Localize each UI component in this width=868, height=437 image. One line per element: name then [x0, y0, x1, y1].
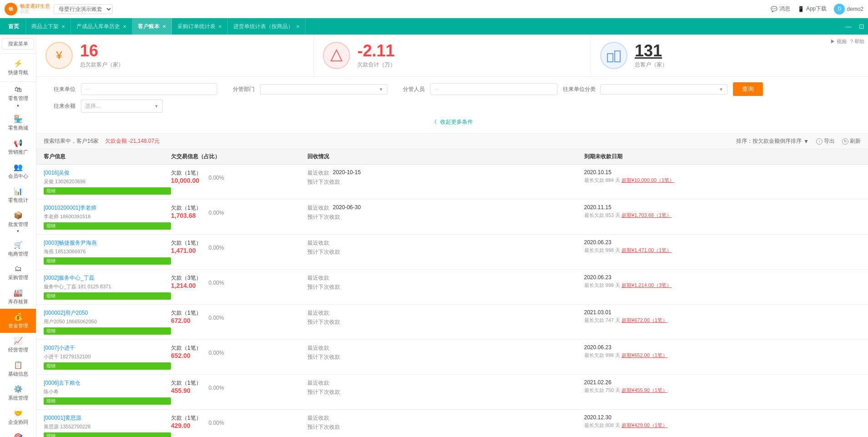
table-row: [00010200001]李老师 李老师 18600391516 现销 欠款（1…: [36, 200, 868, 235]
tab-customer[interactable]: 客户账本 ✕: [132, 18, 172, 35]
marketing-icon: 📢: [14, 139, 23, 147]
sidebar-item-retail-mgmt[interactable]: 🛍 零售管理 ▲: [0, 82, 36, 111]
help-btn[interactable]: ? 帮助: [850, 38, 864, 45]
sidebar-item-operations[interactable]: 📈 经营管理: [0, 333, 36, 357]
app-download-btn[interactable]: 📱 App下载: [798, 5, 827, 13]
filter-row-2: 往来余额 选择... ▼: [44, 100, 861, 113]
tab-bar-minimize[interactable]: —: [843, 23, 853, 30]
tab-import[interactable]: 进货单统计表（按商品） ✕: [228, 18, 306, 35]
video-help-btn[interactable]: ▶ 视频: [830, 38, 847, 45]
customer-tag-6: 现销: [44, 397, 171, 405]
tab-products-close[interactable]: ✕: [61, 24, 65, 29]
dept-arrow: ▼: [379, 87, 383, 92]
sidebar-item-inventory[interactable]: 🏭 库存核算: [0, 285, 36, 309]
balance-input[interactable]: 选择... ▼: [81, 100, 163, 113]
customer-name-6[interactable]: [0006]去下粮仓: [44, 379, 171, 387]
tab-bar-maximize[interactable]: ⊡: [857, 23, 866, 30]
table-row: [0003]畅捷服务尹海燕 海燕 18513066976 现销 欠款（1笔） 1…: [36, 235, 868, 270]
collapse-row[interactable]: 《 收起更多条件: [44, 116, 861, 128]
enterprise-icon: 🤝: [14, 409, 23, 417]
finance-icon: 💰: [14, 312, 23, 321]
payback-info-4: 最近收款 预计下次收款: [307, 309, 584, 326]
tab-bar: 首页 商品上下架 ✕ 产成品入库单历史 ✕ 客户账本 ✕ 采购订单统计表 ✕ 进…: [0, 18, 868, 35]
due-info-5: 2020.06.23 最长欠款 998 天 超期¥652.00（1笔）: [584, 344, 861, 359]
unit-class-label: 往来单位分类: [563, 85, 595, 93]
new-guide-icon: 🎯: [14, 433, 23, 437]
search-btn[interactable]: 查询: [733, 82, 763, 96]
top-bar: 畅 畅捷通好生意 示范 母婴行业演示账套 💬 消息 📱 App下载 D demo…: [0, 0, 868, 18]
unit-class-input[interactable]: ▼: [600, 84, 728, 95]
sidebar-search-btn[interactable]: 搜索菜单: [2, 38, 34, 50]
sidebar-item-retail-mall[interactable]: 🏪 零售商城: [0, 111, 36, 135]
message-icon: 💬: [771, 6, 778, 12]
stat-help: ▶ 视频 ? 帮助: [830, 38, 864, 45]
avatar: D: [834, 4, 845, 15]
balance-arrow: ▼: [154, 104, 159, 109]
tab-purchase[interactable]: 采购订单统计表 ✕: [172, 18, 228, 35]
customer-tag-1: 现销: [44, 222, 171, 230]
from-unit-input[interactable]: ···: [81, 83, 217, 95]
customer-name-3[interactable]: [0002]服务中心_丁磊: [44, 274, 171, 282]
customer-name-2[interactable]: [0003]畅捷服务尹海燕: [44, 239, 171, 247]
customer-name-5[interactable]: [0007]小进干: [44, 344, 171, 352]
payback-info-7: 最近收款 预计下次收款: [307, 414, 584, 431]
company-select[interactable]: 母婴行业演示账套: [54, 4, 113, 14]
tab-bar-right: — ⊡: [843, 23, 866, 30]
sidebar-item-quicknav[interactable]: ⚡ 快捷导航: [0, 55, 36, 80]
sidebar-item-marketing[interactable]: 📢 营销推广: [0, 135, 36, 159]
quick-nav: ⚡ 快捷导航: [0, 54, 36, 82]
tab-products[interactable]: 商品上下架 ✕: [26, 18, 71, 35]
tab-import-close[interactable]: ✕: [296, 24, 300, 29]
sidebar-item-system[interactable]: ⚙️ 系统管理: [0, 381, 36, 405]
svg-rect-2: [615, 51, 620, 62]
stat-card-debt: -2.11 欠款合计（万）: [314, 35, 591, 76]
tab-home[interactable]: 首页: [2, 18, 26, 35]
sidebar-item-basic-info[interactable]: 📋 基础信息: [0, 357, 36, 381]
tab-production-close[interactable]: ✕: [123, 24, 126, 29]
customer-name-4[interactable]: [000002]用户2050: [44, 309, 171, 317]
due-info-3: 2020.06.23 最长欠款 998 天 超期¥1,214.00（3笔）: [584, 274, 861, 289]
sidebar-item-member[interactable]: 👥 会员中心: [0, 159, 36, 183]
batch-mgmt-arrow: ▼: [16, 229, 20, 233]
sidebar-item-purchase-mgmt[interactable]: 🗂 采购管理: [0, 261, 36, 285]
export-icon: ↑: [816, 138, 823, 145]
customer-phone-4: 用户2050 18665062050: [44, 318, 171, 325]
customer-tag-7: 现销: [44, 432, 171, 437]
customer-name-0[interactable]: [0016]吴俊: [44, 169, 171, 177]
sidebar-item-new-guide[interactable]: 🎯 新手引导: [0, 429, 36, 437]
sidebar-item-retail-stats[interactable]: 📊 零售统计: [0, 183, 36, 207]
tab-customer-close[interactable]: ✕: [162, 24, 166, 29]
sidebar-item-finance[interactable]: 💰 资金管理: [0, 309, 36, 333]
retail-stats-icon: 📊: [14, 187, 23, 196]
refresh-btn[interactable]: ↻ 刷新: [842, 137, 861, 145]
debt-percent-0: 0.00%: [209, 175, 224, 181]
stat-icon-customers: ¥: [45, 42, 73, 69]
customer-info-2: [0003]畅捷服务尹海燕 海燕 18513066976 现销: [44, 239, 171, 265]
user-btn[interactable]: D demo2: [834, 4, 863, 15]
person-input[interactable]: ···: [430, 83, 557, 95]
sidebar-item-ecommerce[interactable]: 🛒 电商管理: [0, 237, 36, 261]
ecommerce-icon: 🛒: [14, 241, 23, 249]
stat-icon-debt: [323, 42, 350, 69]
sidebar-search: 搜索菜单: [0, 35, 36, 54]
retail-mgmt-icon: 🛍: [15, 85, 22, 94]
sidebar-item-batch-mgmt[interactable]: 📦 批发管理 ▼: [0, 207, 36, 237]
collapse-icon: 《: [431, 119, 437, 125]
logo-main: 畅捷通好生意: [20, 3, 50, 9]
dept-input[interactable]: ▼: [260, 84, 387, 95]
customer-name-1[interactable]: [00010200001]李老师: [44, 204, 171, 212]
sidebar-item-enterprise[interactable]: 🤝 企业协同: [0, 405, 36, 429]
logo-text: 畅捷通好生意 示范: [20, 3, 50, 15]
tab-purchase-close[interactable]: ✕: [218, 24, 222, 29]
table-row: [000002]用户2050 用户2050 18665062050 现销 欠款（…: [36, 305, 868, 340]
logo-sub: 示范: [20, 9, 50, 15]
unit-class-arrow: ▼: [719, 87, 723, 92]
customer-info-1: [00010200001]李老师 李老师 18600391516 现销: [44, 204, 171, 230]
tab-production[interactable]: 产成品入库单历史 ✕: [71, 18, 132, 35]
payback-info-2: 最近收款 预计下次收款: [307, 239, 584, 256]
result-sort[interactable]: 排序：按欠款金额倒序排序 ▼: [736, 137, 809, 145]
stat-info-total: 131 总客户（家）: [635, 43, 667, 69]
customer-name-7[interactable]: [000001]黄思源: [44, 414, 171, 422]
message-btn[interactable]: 💬 消息: [771, 5, 790, 13]
export-btn[interactable]: ↑ 导出: [816, 137, 835, 145]
